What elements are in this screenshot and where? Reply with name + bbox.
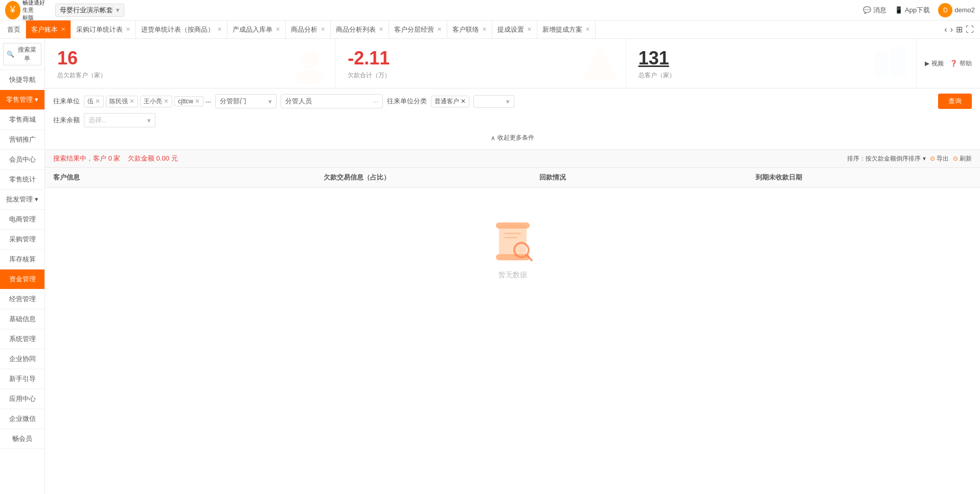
user-avatar[interactable]: D demo2 <box>938 3 975 17</box>
svg-rect-4 <box>891 47 906 77</box>
tab-close-customer-contact[interactable]: ✕ <box>482 26 487 33</box>
tab-close-purchase-stats[interactable]: ✕ <box>126 26 130 33</box>
person-filter-input[interactable]: 分管人员 ··· <box>281 94 383 108</box>
tab-controls: ‹ › ⊞ ⛶ <box>944 25 978 34</box>
refresh-button[interactable]: ⊙ 刷新 <box>953 154 972 163</box>
tab-close-product-analysis[interactable]: ✕ <box>321 26 325 33</box>
debt-value: 0.00 <box>156 154 169 162</box>
video-button[interactable]: ▶ 视频 <box>925 59 944 68</box>
sidebar-item-member-center[interactable]: 会员中心 <box>0 150 44 170</box>
tab-fullscreen-button[interactable]: ⛶ <box>966 25 974 34</box>
table-col-debt-info: 欠款交易信息（占比） <box>324 173 540 182</box>
data-table: 客户信息 欠款交易信息（占比） 回款情况 到期未收款日期 <box>45 168 980 494</box>
sidebar-item-ecommerce-mgmt[interactable]: 电商管理 <box>0 210 44 230</box>
app-download-button[interactable]: 📱 App下载 <box>895 6 930 15</box>
workspace-selector[interactable]: 母婴行业演示帐套 ▾ <box>55 4 124 17</box>
message-button[interactable]: 💬 消息 <box>863 6 886 15</box>
collapse-button[interactable]: ∧ 收起更多条件 <box>489 131 536 144</box>
search-icon: 🔍 <box>7 51 14 58</box>
stat-value-clients[interactable]: 131 <box>639 47 669 69</box>
balance-dropdown[interactable]: 选择... ▾ <box>84 113 155 127</box>
tab-promotion-settings[interactable]: 提成设置 ✕ <box>492 20 537 39</box>
stat-label-debt: 欠款合计（万） <box>348 71 391 80</box>
filter-row-2: 往来余额 选择... ▾ <box>53 113 972 127</box>
tab-close-product-warehousing[interactable]: ✕ <box>276 26 280 33</box>
tab-close-customer-account[interactable]: ✕ <box>61 26 65 33</box>
tab-goods-stats[interactable]: 进货单统计表（按商品） ✕ <box>136 20 227 39</box>
sidebar-item-system-mgmt[interactable]: 系统管理 <box>0 329 44 349</box>
sort-selector[interactable]: 排序：按欠款金额倒序排序 ▾ <box>847 154 926 163</box>
stat-value-customers: 16 <box>57 47 78 69</box>
tab-home[interactable]: 首页 <box>2 20 26 39</box>
stat-label-clients: 总客户（家） <box>639 71 675 80</box>
sidebar-item-retail-mall[interactable]: 零售商城 <box>0 110 44 130</box>
top-header: ¥ 畅捷通好生意 标版 母婴行业演示帐套 ▾ 💬 消息 📱 App下载 D de… <box>0 0 980 20</box>
category-dropdown[interactable]: ▾ <box>473 95 514 108</box>
logo-area: ¥ 畅捷通好生意 标版 <box>5 0 50 21</box>
stats-actions: ▶ 视频 ❓ 帮助 <box>917 39 980 88</box>
logo-text: 畅捷通好生意 标版 <box>22 0 50 21</box>
dept-filter-dropdown[interactable]: 分管部门 ▾ <box>215 94 277 108</box>
dept-dropdown-icon: ▾ <box>268 98 272 105</box>
tab-purchase-stats[interactable]: 采购订单统计表 ✕ <box>71 20 136 39</box>
tab-expand-button[interactable]: ⊞ <box>956 25 963 34</box>
sidebar-item-inventory-check[interactable]: 库存核算 <box>0 250 44 270</box>
sidebar-item-wholesale-mgmt[interactable]: 批发管理 ▾ <box>0 190 44 210</box>
filter-tag-wu-close[interactable]: ✕ <box>95 98 100 105</box>
tab-close-product-analysis-list[interactable]: ✕ <box>379 26 383 33</box>
filter-tag-cjttcw-close[interactable]: ✕ <box>195 98 200 105</box>
filter-tag-wang-close[interactable]: ✕ <box>164 98 169 105</box>
export-button[interactable]: ⊙ 导出 <box>930 154 949 163</box>
stat-label-customers: 总欠款客户（家） <box>57 71 106 80</box>
svg-point-12 <box>518 247 525 253</box>
table-header: 客户信息 欠款交易信息（占比） 回款情况 到期未收款日期 <box>45 168 980 188</box>
tab-product-analysis-list[interactable]: 商品分析列表 ✕ <box>331 20 389 39</box>
tab-close-new-promotion[interactable]: ✕ <box>585 26 590 33</box>
table-col-repayment: 回款情况 <box>539 173 756 182</box>
filter-tag-more[interactable]: ··· <box>206 98 211 105</box>
tab-customer-contact[interactable]: 客户联络 ✕ <box>447 20 492 39</box>
balance-dropdown-icon: ▾ <box>147 117 151 124</box>
filter-tag-chen-close[interactable]: ✕ <box>129 98 134 105</box>
tab-product-analysis[interactable]: 商品分析 ✕ <box>286 20 331 39</box>
sidebar-item-capital-mgmt[interactable]: 资金管理 <box>0 270 44 289</box>
stat-icon-clients <box>870 44 911 88</box>
tab-customer-account[interactable]: 客户账本 ✕ <box>26 20 71 39</box>
sidebar-item-basic-info[interactable]: 基础信息 <box>0 309 44 329</box>
result-actions: 排序：按欠款金额倒序排序 ▾ ⊙ 导出 ⊙ 刷新 <box>847 154 972 163</box>
sidebar-item-quick-nav[interactable]: 快捷导航 <box>0 70 44 90</box>
customer-count: 0 <box>108 154 112 162</box>
sidebar-item-retail-mgmt[interactable]: 零售管理 ▾ <box>0 90 44 110</box>
tab-prev-button[interactable]: ‹ <box>944 25 947 34</box>
sidebar-item-retail-stats[interactable]: 零售统计 <box>0 170 44 190</box>
sidebar-item-app-center[interactable]: 应用中心 <box>0 389 44 409</box>
stat-total-customers: 16 总欠款客户（家） <box>45 39 335 88</box>
person-filter-label: 分管人员 <box>285 97 312 106</box>
tab-close-goods-stats[interactable]: ✕ <box>217 26 222 33</box>
tab-close-promotion-settings[interactable]: ✕ <box>527 26 532 33</box>
content-area: 16 总欠款客户（家） -2.11 欠款合计（万） <box>45 39 980 494</box>
tab-new-promotion[interactable]: 新增提成方案 ✕ <box>537 20 596 39</box>
tab-next-button[interactable]: › <box>950 25 953 34</box>
stat-total-clients: 131 总客户（家） <box>626 39 917 88</box>
sidebar-item-vip-member[interactable]: 畅会员 <box>0 429 44 449</box>
sidebar-item-marketing[interactable]: 营销推广 <box>0 130 44 150</box>
video-icon: ▶ <box>925 60 929 67</box>
search-menu-button[interactable]: 🔍 搜索菜单 <box>3 43 41 65</box>
query-button[interactable]: 查询 <box>938 94 972 109</box>
sidebar-item-purchase-mgmt[interactable]: 采购管理 <box>0 230 44 250</box>
category-tag-normal-close[interactable]: ✕ <box>461 98 466 105</box>
help-button[interactable]: ❓ 帮助 <box>950 59 972 68</box>
tab-bar: 首页 客户账本 ✕ 采购订单统计表 ✕ 进货单统计表（按商品） ✕ 产成品入库单… <box>0 20 980 39</box>
tab-product-warehousing[interactable]: 产成品入库单 ✕ <box>227 20 286 39</box>
sidebar-item-new-guide[interactable]: 新手引导 <box>0 369 44 389</box>
sidebar-item-enterprise-wechat[interactable]: 企业微信 <box>0 409 44 429</box>
tab-close-customer-tier[interactable]: ✕ <box>437 26 442 33</box>
sidebar-item-operation-mgmt[interactable]: 经营管理 <box>0 289 44 309</box>
sidebar-item-enterprise-collab[interactable]: 企业协同 <box>0 349 44 369</box>
tab-customer-tier[interactable]: 客户分层经营 ✕ <box>389 20 447 39</box>
empty-text: 暂无数据 <box>498 271 527 280</box>
balance-filter-label: 往来余额 <box>53 116 80 125</box>
empty-svg <box>490 218 536 264</box>
download-icon: 📱 <box>895 6 903 14</box>
